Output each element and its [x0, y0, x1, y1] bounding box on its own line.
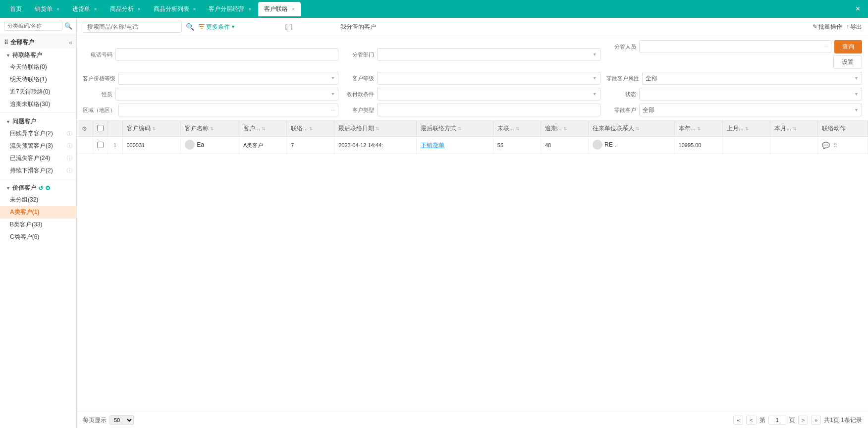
- page-size-select[interactable]: 50 10 20 100: [109, 415, 134, 425]
- sort-icon-contact: ⇅: [309, 126, 313, 131]
- th-name[interactable]: 客户名称⇅: [181, 121, 239, 137]
- close-sales-tab[interactable]: ×: [56, 6, 59, 12]
- th-last-date[interactable]: 最后联络日期⇅: [334, 121, 417, 137]
- nav-tab-goods-analysis[interactable]: 商品分析 ×: [104, 2, 147, 16]
- last-page-button[interactable]: »: [811, 416, 821, 425]
- sidebar-item-overdue[interactable]: 逾期未联络(30): [0, 98, 76, 110]
- td-no-contact: 55: [493, 137, 541, 154]
- filter-row-dept: 分管部门 ▼: [344, 40, 600, 69]
- page-number-input[interactable]: [768, 416, 786, 425]
- dept-select[interactable]: ▼: [377, 48, 600, 61]
- phone-input[interactable]: [115, 48, 338, 61]
- sidebar-item-loss-warn[interactable]: 流失预警客户(3) ⓘ: [0, 140, 76, 152]
- last-contact-type-link[interactable]: 下销货单: [421, 142, 444, 149]
- sidebar-item-today[interactable]: 今天待联络(0): [0, 61, 76, 73]
- sidebar-collapse-icon[interactable]: «: [69, 39, 72, 46]
- nav-tab-customer-segment[interactable]: 客户分层经营 ×: [203, 2, 257, 16]
- batch-operation-button[interactable]: ✎ 批量操作: [813, 23, 842, 31]
- retail-attr-select[interactable]: 全部 ▼: [642, 72, 862, 85]
- th-this-year[interactable]: 本年...⇅: [674, 121, 722, 137]
- nav-tab-home[interactable]: 首页: [4, 2, 28, 16]
- query-button[interactable]: 查询: [834, 40, 862, 54]
- close-goods-list-tab[interactable]: ×: [193, 6, 196, 12]
- advanced-filter: 电话号码 分管部门 ▼ 分管人员 ··· 查: [77, 36, 868, 121]
- settings-button[interactable]: 设置: [833, 55, 862, 69]
- close-segment-tab[interactable]: ×: [248, 6, 251, 12]
- divider-2: [0, 179, 76, 179]
- close-all-tabs[interactable]: ×: [852, 4, 864, 13]
- sidebar-search-icon[interactable]: 🔍: [64, 22, 72, 30]
- sort-icon-company: ⇅: [636, 126, 640, 131]
- sidebar-item-repeat-abnormal[interactable]: 回购异常客户(2) ⓘ: [0, 127, 76, 140]
- customer-type-input[interactable]: [377, 104, 600, 116]
- close-contact-tab[interactable]: ×: [292, 6, 295, 12]
- sidebar-item-continue-decline[interactable]: 持续下滑客户(2) ⓘ: [0, 164, 76, 177]
- sidebar-search-input[interactable]: [4, 21, 62, 31]
- th-overdue[interactable]: 逾期...⇅: [541, 121, 588, 137]
- th-checkbox: [93, 121, 108, 137]
- row-checkbox[interactable]: [97, 142, 104, 148]
- search-input[interactable]: [83, 21, 182, 33]
- close-goods-tab[interactable]: ×: [138, 6, 141, 12]
- th-num: [108, 121, 122, 137]
- th-category[interactable]: 客户...⇅: [239, 121, 287, 137]
- th-no-contact[interactable]: 未联...⇅: [493, 121, 541, 137]
- gear-icon[interactable]: ⚙: [82, 125, 87, 132]
- customer-level-select[interactable]: ▼: [377, 72, 600, 85]
- filter-row-customer-level: 客户等级 ▼: [344, 72, 600, 85]
- chat-action-icon[interactable]: 💬: [822, 142, 830, 149]
- expand-tri-pending: ▼: [6, 53, 10, 58]
- sidebar-item-c-class[interactable]: C类客户(6): [0, 231, 76, 243]
- close-purchase-tab[interactable]: ×: [94, 6, 97, 12]
- customer-table: ⚙ 客户编码⇅ 客户名称⇅ 客户...⇅: [77, 121, 868, 154]
- sidebar-all-customers[interactable]: ⠿ 全部客户 «: [0, 34, 76, 49]
- th-actions: 联络动作: [818, 121, 868, 137]
- th-last-type[interactable]: 最后联络方式⇅: [416, 121, 493, 137]
- sidebar-item-tomorrow[interactable]: 明天待联络(1): [0, 73, 76, 86]
- refresh-icon[interactable]: ↺: [38, 185, 43, 192]
- settings-icon[interactable]: ⚙: [45, 185, 51, 192]
- my-customers-checkbox[interactable]: [239, 24, 338, 30]
- qr-action-icon[interactable]: ⠿: [833, 142, 838, 149]
- help-icon-1: ⓘ: [67, 130, 72, 137]
- more-conditions-button[interactable]: 更多条件 ▼: [198, 23, 235, 31]
- th-code[interactable]: 客户编码⇅: [122, 121, 181, 137]
- cust-level-arrow-icon: ▼: [593, 76, 597, 81]
- nav-tab-sales[interactable]: 销货单 ×: [29, 2, 65, 16]
- filter-row-phone: 电话号码: [83, 40, 338, 69]
- retail-attr-arrow-icon: ▼: [854, 76, 859, 81]
- person-input[interactable]: ···: [639, 40, 831, 53]
- th-last-month[interactable]: 上月...⇅: [723, 121, 770, 137]
- nav-tab-goods-list[interactable]: 商品分析列表 ×: [148, 2, 202, 16]
- sidebar-section-value: ▼ 价值客户 ↺ ⚙: [0, 181, 76, 194]
- select-all-checkbox[interactable]: [97, 125, 104, 131]
- th-contact-count[interactable]: 联络...⇅: [287, 121, 334, 137]
- price-level-select[interactable]: ▼: [118, 72, 338, 85]
- prev-page-button[interactable]: <: [746, 416, 756, 425]
- th-company-contact[interactable]: 往来单位联系人⇅: [589, 121, 675, 137]
- sidebar-item-unclassified[interactable]: 未分组(32): [0, 194, 76, 206]
- search-button[interactable]: 🔍: [186, 23, 194, 31]
- contact-name: RE .: [604, 141, 616, 148]
- region-dots-icon: ···: [331, 107, 335, 113]
- status-select[interactable]: ▼: [639, 88, 862, 101]
- my-customers-filter[interactable]: 我分管的客户: [239, 23, 376, 31]
- nav-tab-customer-contact[interactable]: 客户联络 ×: [258, 2, 301, 16]
- nature-select[interactable]: ▼: [115, 88, 338, 101]
- sidebar-item-a-class[interactable]: A类客户(1): [0, 206, 76, 218]
- retail-select[interactable]: 全部 ▼: [639, 104, 862, 116]
- sidebar-item-7days[interactable]: 近7天待联络(0): [0, 86, 76, 98]
- next-page-button[interactable]: >: [798, 416, 808, 425]
- region-input[interactable]: ···: [118, 104, 338, 116]
- expand-tri-value: ▼: [6, 186, 10, 191]
- sidebar-item-b-class[interactable]: B类客户(33): [0, 218, 76, 231]
- nav-tab-purchase[interactable]: 进货单 ×: [66, 2, 103, 16]
- first-page-button[interactable]: «: [733, 416, 743, 425]
- retail-arrow-icon: ▼: [854, 107, 859, 112]
- person-dots-icon: ···: [824, 44, 828, 50]
- sidebar-item-lost[interactable]: 已流失客户(24) ⓘ: [0, 152, 76, 164]
- batch-icon: ✎: [813, 23, 817, 30]
- export-button[interactable]: ↑ 导出: [846, 23, 862, 31]
- th-this-month[interactable]: 本月...⇅: [770, 121, 818, 137]
- payment-select[interactable]: ▼: [377, 88, 600, 101]
